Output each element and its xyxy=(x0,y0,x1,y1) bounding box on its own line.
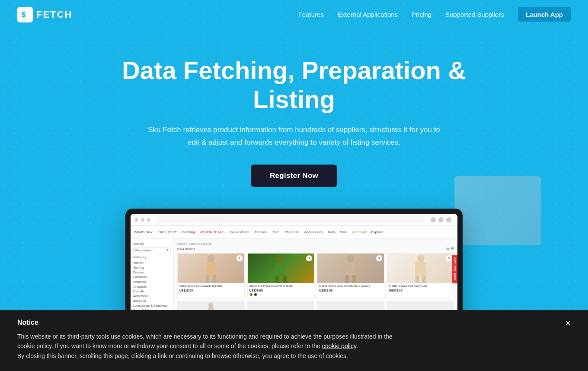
site-results-count: 6374 Results xyxy=(177,247,195,251)
product-silhouette-2 xyxy=(248,254,314,283)
hero-subtitle: Sku Fetch retrieves product information … xyxy=(147,124,441,149)
swatch-green xyxy=(249,293,253,296)
svg-point-9 xyxy=(347,255,354,263)
cookie-notice-title: Notice xyxy=(17,319,571,327)
svg-rect-3 xyxy=(206,275,209,283)
product-img-1: S xyxy=(178,254,244,283)
svg-point-1 xyxy=(208,255,214,263)
nav-links: Features External Applications Pricing S… xyxy=(298,11,571,19)
sidebar-sort-select: Recommend ▾ xyxy=(133,247,171,253)
product-img-3: S xyxy=(317,254,384,283)
browser-icon-1 xyxy=(431,217,436,222)
logo-link[interactable]: $ FETCH xyxy=(17,7,72,22)
hero-title: Data Fetching, Preparation & Listing xyxy=(108,56,480,114)
svg-rect-16 xyxy=(422,276,425,283)
svg-rect-2 xyxy=(207,262,215,275)
nav-launch-app[interactable]: Launch App xyxy=(518,7,571,22)
product-card-3: S SHEIN Printed Collar Key xyxy=(317,253,384,298)
site-nav-gift-card: Gift Card xyxy=(352,230,366,234)
sidebar-cat-women: Women xyxy=(133,260,171,265)
nav-features[interactable]: Features xyxy=(298,11,324,18)
view-list-icon: ☰ xyxy=(451,247,454,251)
product-info-4: SHEIN Leopard Print Fuzzy Coat US$42.00 xyxy=(387,283,454,294)
product-badge-1: S xyxy=(236,255,243,261)
site-nav-clothing: Clothing xyxy=(182,230,195,234)
nav-pricing[interactable]: Pricing xyxy=(412,11,431,18)
site-results-header: 6374 Results ⊞ ☰ xyxy=(177,247,454,251)
sort-chevron: ▾ xyxy=(167,248,169,252)
product-badge-3: S xyxy=(376,255,382,261)
site-nav-sale: Sale xyxy=(340,230,347,234)
site-nav-fall: Fall & Winter xyxy=(230,230,250,234)
promo-side-banner: GET 15% OFF! xyxy=(452,255,457,283)
svg-text:$: $ xyxy=(21,10,26,19)
browser-dot-3 xyxy=(147,218,150,222)
site-view-options: ⊞ ☰ xyxy=(446,247,454,251)
sidebar-cat-dresses: Dresses xyxy=(133,270,171,275)
site-nav-kids: Kids xyxy=(328,230,335,234)
product-info-2: SHEIN Knit Print Leopard Wrap Blaze US$3… xyxy=(248,283,314,298)
nav-supported-suppliers[interactable]: Supported Suppliers xyxy=(445,11,504,18)
product-card-4: S SHEIN Leopard Print Fuzz xyxy=(387,253,454,298)
site-nav-bar: What's New EXCLUSIVE Clothing #SHEIN/JEA… xyxy=(131,226,457,239)
product-silhouette-3 xyxy=(317,254,384,283)
logo-text: FETCH xyxy=(36,9,72,20)
product-price-1: US$18.00 xyxy=(179,289,243,292)
site-nav-whats-new: What's New xyxy=(134,230,152,234)
svg-rect-7 xyxy=(275,276,279,283)
svg-rect-4 xyxy=(213,275,216,283)
sidebar-cat-jumpsuits: Jumpsuits xyxy=(133,284,171,289)
product-silhouette-4 xyxy=(387,254,454,283)
product-info-3: SHEIN Printed Collar Keyhole Back Leopar… xyxy=(317,283,384,294)
svg-rect-10 xyxy=(346,262,355,275)
cookie-close-button[interactable]: × xyxy=(565,319,571,328)
products-grid: S SHEIN xyxy=(177,253,454,298)
site-nav-jeans: #SHEIN/JEANS xyxy=(200,230,225,234)
site-nav-explore: Explore xyxy=(371,230,383,234)
site-nav-dresses: Dresses xyxy=(255,230,267,234)
cookie-body-part2: . xyxy=(356,342,358,349)
browser-url-bar xyxy=(157,216,425,223)
hero-content: Data Fetching, Preparation & Listing Sku… xyxy=(99,56,489,187)
product-price-4: US$42.00 xyxy=(389,289,452,292)
sidebar-sort-label: Sort By xyxy=(133,242,171,245)
svg-rect-6 xyxy=(275,262,286,276)
nav-external-applications[interactable]: External Applications xyxy=(338,11,398,18)
svg-rect-11 xyxy=(345,275,349,283)
svg-rect-14 xyxy=(415,262,426,276)
product-img-4: S xyxy=(387,254,454,283)
navbar: $ FETCH Features External Applications P… xyxy=(0,0,588,29)
product-card-1: S SHEIN xyxy=(177,253,245,298)
svg-rect-8 xyxy=(282,276,287,283)
site-nav-men: Men xyxy=(273,230,280,234)
product-price-3: US$18.00 xyxy=(319,289,382,292)
product-name-3: SHEIN Printed Collar Keyhole Back Leopar… xyxy=(319,285,382,288)
site-nav-accessories: Accessories xyxy=(304,230,323,234)
product-name-2: SHEIN Knit Print Leopard Wrap Blaze xyxy=(249,285,313,288)
sidebar-category-label: Category xyxy=(133,256,171,259)
browser-dot-1 xyxy=(135,218,138,222)
register-now-button[interactable]: Register Now xyxy=(251,165,337,187)
sidebar-cat-sweaters: Sweaters xyxy=(133,279,171,284)
svg-rect-12 xyxy=(352,275,356,283)
product-info-1: SHEIN Button Up Leopard Print Shirt US$1… xyxy=(178,283,244,294)
site-nav-plus-size: Plus Size xyxy=(284,230,299,234)
cookie-notice-text: This website or its third-party tools us… xyxy=(17,332,406,361)
sort-value: Recommend xyxy=(135,249,153,252)
product-price-2: US$38.00 xyxy=(249,289,313,292)
product-name-1: SHEIN Button Up Leopard Print Shirt xyxy=(179,285,243,288)
browser-bar xyxy=(131,214,457,226)
sidebar-cat-swimwear: Swimwear xyxy=(133,275,171,279)
logo-icon: $ xyxy=(17,7,33,22)
cookie-policy-link[interactable]: cookie policy xyxy=(322,342,356,349)
product-card-2: S SHEIN Knit Print Leopard xyxy=(247,253,315,298)
cookie-body-line2: By closing this banner, scrolling this p… xyxy=(17,352,348,359)
site-breadcrumb: Home > SHEIN Exclusive xyxy=(177,242,454,245)
view-grid-icon: ⊞ xyxy=(446,247,449,251)
sidebar-cat-loungewear: Loungewear & Sleepwear xyxy=(133,303,171,308)
svg-point-17 xyxy=(208,303,214,308)
cookie-notice: × Notice This website or its third-party… xyxy=(0,310,588,371)
product-img-2: S xyxy=(248,254,314,283)
browser-icon-3 xyxy=(446,217,451,222)
svg-point-13 xyxy=(417,255,424,263)
